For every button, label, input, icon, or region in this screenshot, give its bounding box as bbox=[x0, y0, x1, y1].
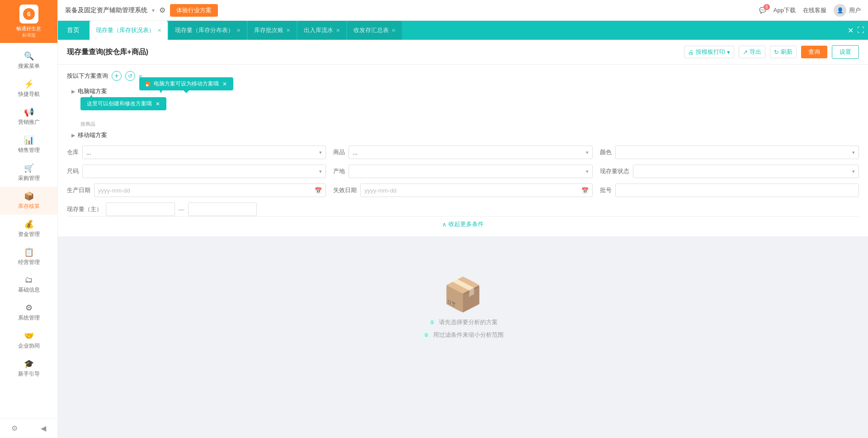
tab-inventory-status[interactable]: 现存量（库存状况表） ✕ bbox=[90, 21, 168, 40]
tab-close-batch-account[interactable]: ✕ bbox=[286, 28, 290, 33]
print-btn[interactable]: 🖨 按模板打印 ▾ bbox=[684, 46, 734, 58]
sidebar-item-operation[interactable]: 📋 经营管理 bbox=[0, 243, 57, 271]
sidebar-item-enterprise[interactable]: 🤝 企业协同 bbox=[0, 326, 57, 354]
input-batch[interactable] bbox=[615, 184, 859, 197]
sidebar-item-basic[interactable]: 🗂 基础信息 bbox=[0, 271, 57, 298]
logo-name: 畅通好生意 bbox=[16, 25, 41, 32]
chevron-up-icon: ∧ bbox=[442, 221, 447, 228]
input-inv-qty-max[interactable] bbox=[188, 203, 257, 216]
sidebar-bottom: ⚙ ◀ bbox=[0, 418, 57, 438]
filter-cell-goods: 商品 ... ▾ bbox=[333, 146, 592, 159]
sidebar-item-quicknav[interactable]: ⚡ 快捷导航 bbox=[0, 75, 57, 103]
sidebar-item-purchase[interactable]: 🛒 采购管理 bbox=[0, 159, 57, 187]
tab-close-inventory-dist[interactable]: ✕ bbox=[236, 28, 241, 33]
scheme-node-byproduct[interactable]: 按商品 bbox=[80, 119, 859, 129]
select-origin[interactable]: ▾ bbox=[349, 165, 592, 178]
tab-close-all-btn[interactable]: ✕ bbox=[848, 26, 854, 35]
filter-refresh-btn[interactable]: ↺ bbox=[125, 71, 135, 81]
sidebar-item-label: 库存核算 bbox=[18, 203, 40, 210]
sidebar-collapse-btn[interactable]: ◀ bbox=[41, 424, 46, 433]
tab-bar-right: ✕ ⛶ bbox=[848, 26, 868, 35]
filter-row-1: 仓库 ... ▾ 商品 ... ▾ 颜色 bbox=[67, 146, 859, 159]
message-badge: 6 bbox=[764, 4, 770, 10]
filter-cell-batch: 批号 bbox=[600, 184, 859, 197]
calendar-icon[interactable]: 📅 bbox=[581, 187, 589, 194]
filter-cell-size: 尺码 ▾ bbox=[67, 165, 326, 178]
user-area[interactable]: 👤 用户 bbox=[834, 4, 861, 17]
tab-close-inventory-status[interactable]: ✕ bbox=[157, 28, 161, 33]
tab-fullscreen-btn[interactable]: ⛶ bbox=[857, 26, 864, 34]
sidebar-item-inventory[interactable]: 📦 库存核算 bbox=[0, 187, 57, 215]
tab-inventory-dist[interactable]: 现存量（库存分布表） ✕ bbox=[169, 21, 247, 40]
tab-in-out-flow[interactable]: 出入库流水 ✕ bbox=[297, 21, 346, 40]
select-inv-status[interactable]: ▾ bbox=[633, 165, 859, 178]
hint1-label: 请先选择要分析的方案 bbox=[439, 318, 498, 326]
sidebar-item-guide[interactable]: 🎓 新手引导 bbox=[0, 354, 57, 382]
svg-text:6: 6 bbox=[27, 10, 31, 18]
export-btn[interactable]: ↗ 导出 bbox=[739, 46, 765, 58]
logo-icon: 6 bbox=[19, 5, 38, 24]
search-btn[interactable]: 查询 bbox=[801, 46, 827, 58]
chevron-down-icon: ▾ bbox=[852, 150, 855, 155]
page-actions: 🖨 按模板打印 ▾ ↗ 导出 ↻ 刷新 查询 设置 bbox=[684, 45, 859, 59]
tooltip-arrow-down: ▼ bbox=[157, 87, 165, 95]
system-dropdown[interactable]: ▾ bbox=[152, 7, 155, 14]
tab-close-in-out-flow[interactable]: ✕ bbox=[336, 28, 340, 33]
select-color[interactable]: ▾ bbox=[615, 146, 859, 159]
operation-icon: 📋 bbox=[24, 247, 34, 257]
filter-area: 按以下方案查询 + ↺ « ● 电脑方案可设为移动方案哦 ✕ ▼ ▶ 电脑端方案 bbox=[58, 65, 868, 236]
sidebar-item-sales[interactable]: 📊 销售管理 bbox=[0, 131, 57, 159]
app-download-link[interactable]: App下载 bbox=[774, 6, 796, 14]
sidebar-item-marketing[interactable]: 📢 营销推广 bbox=[0, 103, 57, 131]
tab-label: 现存量（库存状况表） bbox=[96, 26, 155, 34]
avatar: 👤 bbox=[834, 4, 846, 17]
tab-batch-account[interactable]: 库存批次账 ✕ bbox=[248, 21, 297, 40]
sidebar-item-finance[interactable]: 💰 资金管理 bbox=[0, 215, 57, 243]
chevron-down-icon: ▾ bbox=[319, 169, 322, 174]
message-btn[interactable]: 💬 6 bbox=[759, 7, 766, 14]
hint1-text: ① 请先选择要分析的方案 bbox=[428, 318, 498, 326]
sidebar-item-search[interactable]: 🔍 搜索菜单 bbox=[0, 47, 57, 75]
header-left: 装备及固定资产辅助管理系统 ▾ ⚙ 体验行业方案 bbox=[65, 4, 218, 17]
select-warehouse[interactable]: ... ▾ bbox=[82, 146, 326, 159]
tab-receive-summary[interactable]: 收发存汇总表 ✕ bbox=[347, 21, 402, 40]
input-inv-qty-min[interactable] bbox=[106, 203, 175, 216]
tooltip-create-text: 这里可以创建和修改方案哦 bbox=[87, 100, 152, 108]
scheme-node-mobile[interactable]: ▶ 移动端方案 bbox=[71, 129, 859, 141]
export-icon: ↗ bbox=[743, 49, 748, 56]
basic-icon: 🗂 bbox=[25, 275, 33, 285]
quicknav-icon: ⚡ bbox=[24, 79, 34, 89]
input-expire-date[interactable]: yyyy-mm-dd 📅 bbox=[360, 184, 592, 197]
hint2-label: 用过滤条件来缩小分析范围 bbox=[433, 331, 504, 339]
experience-btn[interactable]: 体验行业方案 bbox=[170, 4, 218, 17]
header-gear-btn[interactable]: ⚙ bbox=[159, 6, 165, 14]
expand-arrow: ▶ bbox=[71, 89, 75, 94]
chevron-down-icon: ▾ bbox=[586, 169, 589, 174]
settings-btn[interactable]: 设置 bbox=[832, 45, 859, 59]
tab-close-receive-summary[interactable]: ✕ bbox=[392, 28, 396, 33]
tab-label: 现存量（库存分布表） bbox=[175, 26, 234, 34]
tooltip-create-close-btn[interactable]: ✕ bbox=[156, 101, 160, 107]
tab-label: 库存批次账 bbox=[254, 26, 283, 34]
input-prod-date[interactable]: yyyy-mm-dd 📅 bbox=[94, 184, 326, 197]
select-goods[interactable]: ... ▾ bbox=[349, 146, 592, 159]
tooltip-close-btn[interactable]: ✕ bbox=[222, 81, 227, 87]
sidebar-settings-btn[interactable]: ⚙ bbox=[11, 424, 18, 433]
header-right: 💬 6 App下载 在线客服 👤 用户 bbox=[759, 4, 861, 17]
filter-cell-inv-qty: 现存量（主） — bbox=[67, 203, 257, 216]
tab-label: 出入库流水 bbox=[304, 26, 333, 34]
print-icon: 🖨 bbox=[688, 49, 694, 56]
select-size[interactable]: ▾ bbox=[82, 165, 326, 178]
empty-state: 📦 ① 请先选择要分析的方案 ② 用过滤条件来缩小分析范围 bbox=[58, 239, 868, 375]
filter-add-btn[interactable]: + bbox=[112, 71, 122, 81]
top-header: 装备及固定资产辅助管理系统 ▾ ⚙ 体验行业方案 💬 6 App下载 在线客服 … bbox=[58, 0, 868, 21]
tab-home[interactable]: 首页 bbox=[58, 21, 89, 40]
date-placeholder: yyyy-mm-dd bbox=[364, 187, 396, 194]
sidebar-item-system[interactable]: ⚙ 系统管理 bbox=[0, 298, 57, 326]
chevron-down-icon: ▾ bbox=[319, 150, 322, 155]
calendar-icon[interactable]: 📅 bbox=[315, 187, 322, 194]
search-icon: 🔍 bbox=[24, 51, 34, 61]
refresh-btn[interactable]: ↻ 刷新 bbox=[770, 46, 797, 58]
support-link[interactable]: 在线客服 bbox=[803, 6, 826, 14]
collapse-bar[interactable]: ∧ 收起更多条件 bbox=[67, 216, 859, 232]
